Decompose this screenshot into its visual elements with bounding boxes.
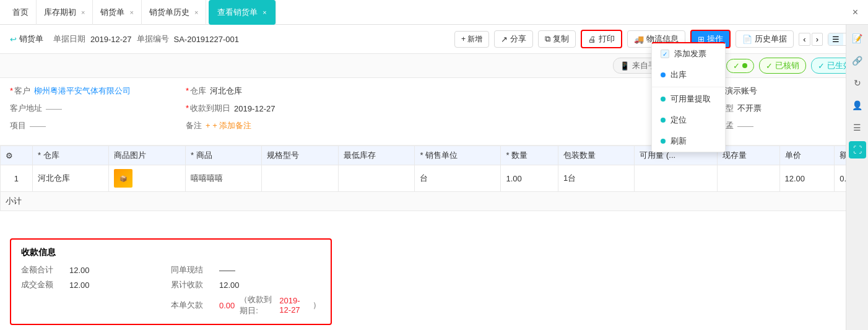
subtotal-row: 小计 [1,192,868,211]
tab-view-label: 查看销货单 [217,7,258,18]
copy-icon: ⧉ [545,34,550,44]
customer-field: 客户 柳州粤港平安气体有限公司 [10,85,171,97]
dropdown-outbound[interactable]: 出库 [652,64,725,85]
share-button[interactable]: ↗ 分享 [494,30,533,48]
address-value: —— [46,104,62,113]
prev-button[interactable]: ‹ [799,33,810,46]
project-field: 项目 —— [10,120,171,131]
cyan-dot-icon-3 [661,139,666,144]
table-section: ⚙ * 仓库 商品图片 * 商品 规格型号 最低库存 * 销售单位 * 数量 包… [0,145,868,233]
dropdown-add-invoice[interactable]: ✓ 添加发票 [652,43,725,64]
next-button[interactable]: › [812,33,823,46]
tab-view-close[interactable]: × [263,9,266,16]
sidebar-link-icon[interactable]: 🔗 [849,52,866,69]
table-row: 1 河北仓库 📦 嘻嘻嘻嘻 台 1.00 1台 12.00 [1,165,868,192]
nav-arrows: ‹ › [799,33,823,46]
tab-inventory-close[interactable]: × [81,9,85,16]
product-image: 📦 [114,169,132,188]
window-close-button[interactable]: × [848,4,863,20]
copy-button[interactable]: ⧉ 复制 [538,30,576,48]
effective-icon: ✓ [818,61,825,71]
print-icon: 🖨 [588,35,596,44]
verified-badge[interactable]: ✓ 已核销 [759,58,806,74]
address-label: 客户地址 [10,103,42,114]
doc-meta: 单据日期 2019-12-27 单据编号 SA-20191227-001 [53,33,239,45]
cyan-dot-icon-2 [661,118,666,123]
logistics-icon: 🚚 [634,35,644,44]
tab-sales-history[interactable]: 销货单历史 × [142,0,206,25]
tab-sales-order-label: 销货单 [100,7,124,18]
sidebar-user-icon[interactable]: 👤 [849,97,866,114]
tab-sales-order-close[interactable]: × [129,9,133,16]
doc-toolbar: 📱 来自手机 未开票 ✓ ✓ 已核销 ✓ 已生效 [0,54,868,78]
col-current-qty: 现存量 [718,146,779,165]
payment-row-owed: 本单欠款 0.00 （收款到期日: 2019-12-27 ） [171,294,321,316]
dropdown-locate[interactable]: 定位 [652,110,725,131]
payment-row-amount: 金额合计 12.00 [21,264,171,276]
deal-amount-value: 12.00 [69,280,90,290]
project-value: —— [30,121,46,131]
dropdown-available-qty[interactable]: 可用量提取 [652,89,725,110]
customer-value[interactable]: 柳州粤港平安气体有限公司 [34,85,131,97]
row-product-img: 📦 [109,165,186,192]
phone-icon: 📱 [620,61,630,71]
payment-title: 收款信息 [21,247,321,258]
locate-label: 定位 [671,115,687,126]
dropdown-divider-1 [652,87,725,87]
confirm-badge[interactable]: ✓ [726,59,754,73]
col-min-stock: 最低库存 [338,146,415,165]
col-warehouse: * 仓库 [32,146,109,165]
date-label: 单据日期 [53,33,85,45]
add-button[interactable]: + 新增 [454,31,489,48]
table-header-row: ⚙ * 仓库 商品图片 * 商品 规格型号 最低库存 * 销售单位 * 数量 包… [1,146,868,165]
dropdown-refresh[interactable]: 刷新 [652,131,725,152]
deal-amount-label: 成交金额 [21,279,64,290]
payment-grid: 金额合计 12.00 同单现结 —— 成交金额 12.00 累计收款 12.00… [21,264,321,316]
row-unit: 台 [415,165,501,192]
number-label: 单据编号 [137,33,169,45]
row-warehouse: 河北仓库 [32,165,109,192]
col-qty: * 数量 [501,146,558,165]
owed-date: 2019-12-27 [279,296,308,315]
remark-add[interactable]: + + 添加备注 [206,120,251,131]
tab-bar: 首页 库存期初 × 销货单 × 销货单历史 × 查看销货单 × × [0,0,868,25]
due-date-field: 收款到期日 2019-12-27 [186,103,347,114]
row-unit-price: 12.00 [779,165,835,192]
checkbox-icon: ✓ [661,50,669,58]
add-invoice-label: 添加发票 [674,48,706,59]
form-row-3: 项目 —— 备注 + + 添加备注 业务员孟 —— [10,120,858,131]
sidebar-list-icon[interactable]: ☰ [849,119,866,136]
sidebar-fullscreen-icon[interactable]: ⛶ [849,141,866,158]
amount-value: 12.00 [69,266,90,275]
row-spec [262,165,339,192]
col-product-img: 商品图片 [109,146,186,165]
tab-sales-order[interactable]: 销货单 × [93,0,141,25]
tab-sales-history-close[interactable]: × [194,9,198,16]
number-value: SA-20191227-001 [174,35,240,44]
col-gear: ⚙ [1,146,33,165]
cyan-dot-icon-1 [661,97,666,102]
history-button[interactable]: 📄 历史单据 [736,30,794,48]
verified-icon: ✓ [766,61,773,71]
sidebar-refresh-icon[interactable]: ↻ [849,74,866,92]
doc-header: ↩ 销货单 单据日期 2019-12-27 单据编号 SA-20191227-0… [0,25,868,54]
bill-type-value: 不开票 [737,103,762,114]
owed-label: 本单欠款 [171,300,214,311]
col-unit-price: 单价 [779,146,835,165]
form-section: 客户 柳州粤港平安气体有限公司 仓库 河北仓库 业务员 演示账号 客户地址 —— [0,78,868,145]
list-view-button[interactable]: ☰ [828,33,843,45]
products-table: ⚙ * 仓库 商品图片 * 商品 规格型号 最低库存 * 销售单位 * 数量 包… [0,145,868,211]
tab-home[interactable]: 首页 [5,0,37,25]
sales-staff-value: —— [737,121,753,131]
tab-inventory-init[interactable]: 库存期初 × [37,0,93,25]
owed-value: 0.00 [219,301,235,310]
tab-inventory-label: 库存期初 [44,7,76,18]
warehouse-field: 仓库 河北仓库 [186,85,347,97]
print-button[interactable]: 🖨 打印 [581,30,622,48]
tab-view-sales-order[interactable]: 查看销货单 × [209,0,276,25]
payment-section: 收款信息 金额合计 12.00 同单现结 —— 成交金额 12.00 累计收款 … [10,238,332,325]
operation-dropdown: ✓ 添加发票 出库 可用量提取 定位 刷新 [651,42,726,152]
doc-type-icon: ↩ [10,35,17,44]
payment-row-deal-amount: 成交金额 12.00 [21,279,171,290]
sidebar-edit-icon[interactable]: 📝 [849,30,866,47]
